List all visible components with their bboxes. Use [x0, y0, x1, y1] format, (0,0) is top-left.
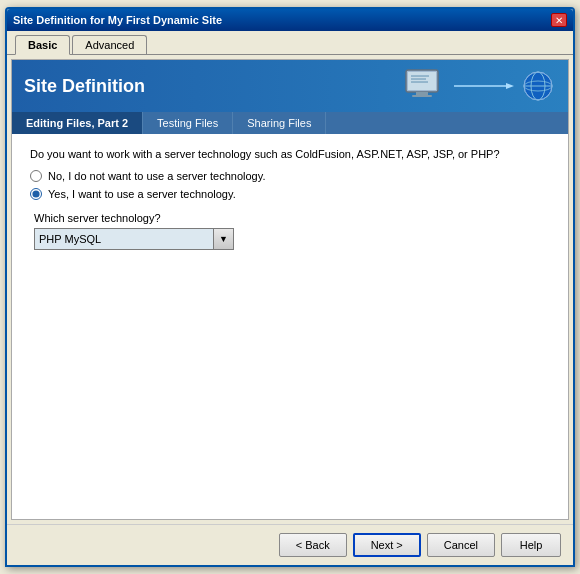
server-tech-dropdown[interactable]: PHP MySQL ColdFusion ASP.NET C# ASP.NET …: [34, 228, 214, 250]
radio-option-yes: Yes, I want to use a server technology.: [30, 188, 550, 200]
sub-nav: Editing Files, Part 2 Testing Files Shar…: [12, 112, 568, 134]
tab-advanced[interactable]: Advanced: [72, 35, 147, 54]
svg-marker-8: [506, 83, 514, 89]
radio-no[interactable]: [30, 170, 42, 182]
content-area: Site Definition: [11, 59, 569, 520]
radio-no-label: No, I do not want to use a server techno…: [48, 170, 265, 182]
radio-yes[interactable]: [30, 188, 42, 200]
header-title: Site Definition: [24, 76, 145, 97]
server-tech-section: Which server technology? PHP MySQL ColdF…: [34, 212, 550, 250]
cancel-button[interactable]: Cancel: [427, 533, 495, 557]
back-button[interactable]: < Back: [279, 533, 347, 557]
radio-option-no: No, I do not want to use a server techno…: [30, 170, 550, 182]
question-text: Do you want to work with a server techno…: [30, 148, 550, 160]
main-content: Do you want to work with a server techno…: [12, 134, 568, 519]
next-button[interactable]: Next >: [353, 533, 421, 557]
monitor-icon: [404, 68, 448, 104]
radio-yes-label: Yes, I want to use a server technology.: [48, 188, 236, 200]
subnav-testing[interactable]: Testing Files: [143, 112, 233, 134]
footer-area: < Back Next > Cancel Help: [7, 524, 573, 565]
dropdown-arrow-button[interactable]: ▼: [214, 228, 234, 250]
globe-icon: [520, 68, 556, 104]
tab-basic[interactable]: Basic: [15, 35, 70, 55]
main-window: Site Definition for My First Dynamic Sit…: [5, 7, 575, 567]
subnav-editing[interactable]: Editing Files, Part 2: [12, 112, 143, 134]
svg-rect-1: [408, 72, 436, 90]
dropdown-wrapper: PHP MySQL ColdFusion ASP.NET C# ASP.NET …: [34, 228, 550, 250]
server-tech-label: Which server technology?: [34, 212, 550, 224]
blue-header: Site Definition: [12, 60, 568, 112]
close-button[interactable]: ✕: [551, 13, 567, 27]
svg-rect-3: [412, 95, 432, 97]
arrow-decoration: [454, 80, 514, 92]
window-title: Site Definition for My First Dynamic Sit…: [13, 14, 222, 26]
header-icons: [404, 68, 556, 104]
help-button[interactable]: Help: [501, 533, 561, 557]
title-bar: Site Definition for My First Dynamic Sit…: [7, 9, 573, 31]
tabs-row: Basic Advanced: [7, 31, 573, 55]
subnav-sharing[interactable]: Sharing Files: [233, 112, 326, 134]
svg-rect-2: [416, 92, 428, 95]
